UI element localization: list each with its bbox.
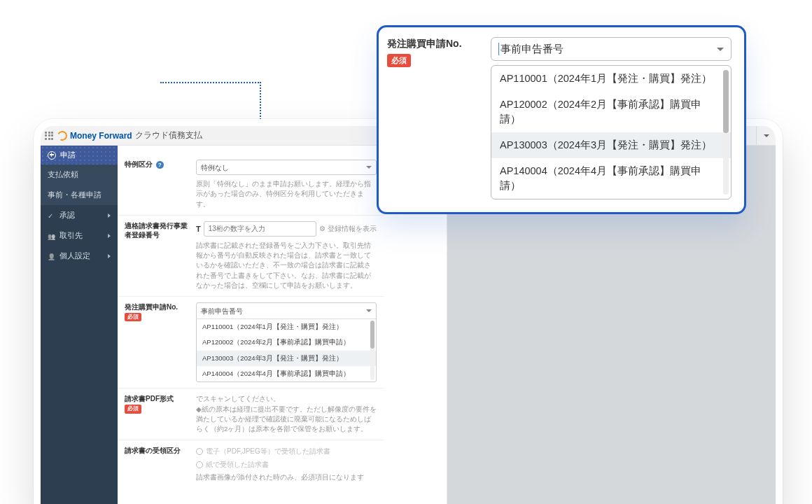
hacchu-placeholder: 事前申告番号 [201,306,243,316]
brand-logo-icon [56,130,69,142]
hacchu-select[interactable]: 事前申告番号 AP110001（2024年1月【発注・購買】発注） AP1200… [196,302,377,382]
field-label-tokurei: 特例区分 ? [125,160,189,209]
sidebar-item-label: 取引先 [59,230,83,241]
overlay-field-label: 発注購買申請No. [387,37,485,51]
juryou-help: 請求書画像が添付された時のみ、必須項目になります [196,472,377,482]
pdf-help: でスキャンしてください。 ◆紙の原本は経理に提出不要です。ただし解像度の要件を満… [196,394,377,434]
dropdown-option[interactable]: AP140004（2024年4月【事前承認】購買申請） [197,366,376,382]
plus-icon [48,151,56,160]
touroku-prefix: T [196,223,201,235]
user-icon [48,252,55,260]
touroku-input[interactable] [204,221,316,237]
radio-label: 紙で受領した請求書 [206,459,269,470]
zoom-overlay: 発注購買申請No. 必須 事前申告番号 AP110001（2024年1月【発注・… [377,25,746,214]
overlay-option[interactable]: AP140004（2024年4月【事前承認】購買申請） [491,158,731,199]
overlay-dropdown-list: AP110001（2024年1月【発注・購買】発注） AP120002（2024… [491,65,732,200]
overlay-option[interactable]: AP130003（2024年3月【発注・購買】発注） [491,132,731,158]
overlay-select[interactable]: 事前申告番号 [491,37,732,61]
grip-icon [45,131,55,141]
dropdown-option[interactable]: AP120002（2024年2月【事前承認】購買申請） [197,335,376,350]
hacchu-dropdown-list: AP110001（2024年1月【発注・購買】発注） AP120002（2024… [197,318,376,382]
touroku-help: 請求書に記載された登録番号をご入力下さい。取引先情報から番号が自動反映された場合… [196,241,377,290]
touroku-show-link[interactable]: 登録情報を表示 [319,223,377,234]
overlay-option[interactable]: AP120002（2024年2月【事前承認】購買申請） [491,92,731,132]
tokurei-help: 原則「特例なし」のまま申請お願いします。経理から指示があった場合のみ、特例区分を… [196,179,377,209]
sidebar-apply-button[interactable]: 申請 [41,146,118,164]
field-label-juryou: 請求書の受領区分 [125,446,189,482]
juryou-radio-2[interactable]: 紙で受領した請求書 [196,459,377,470]
overlay-placeholder: 事前申告番号 [500,43,717,56]
sidebar-item-label: 承認 [59,210,75,220]
sidebar-item-partner[interactable]: 取引先 [41,225,118,246]
juryou-radio-1[interactable]: 電子（PDF,JPEG等）で受領した請求書 [196,446,377,456]
chevron-right-icon [108,254,111,258]
sidebar-item-pre-application[interactable]: 事前・各種申請 [41,185,118,205]
field-label-hacchu: 発注購買申請No. 必須 [125,302,189,382]
tokurei-value: 特例なし [201,162,229,173]
sidebar-item-payment-request[interactable]: 支払依頼 [41,164,118,185]
chevron-down-icon [717,48,724,55]
radio-label: 電子（PDF,JPEG等）で受領した請求書 [206,446,330,456]
sidebar-item-label: 個人設定 [59,251,90,261]
radio-icon [196,448,203,455]
connector-horizontal [160,82,261,83]
check-icon [48,211,55,219]
required-badge: 必須 [125,313,141,321]
sidebar-apply-label: 申請 [60,150,76,160]
sidebar-item-label: 支払依頼 [48,169,78,180]
people-icon [48,232,55,239]
sidebar-item-label: 事前・各種申請 [48,190,102,200]
tab-dropdown[interactable] [756,126,776,145]
scrollbar-thumb[interactable] [723,70,729,133]
field-label-pdf: 請求書PDF形式 必須 [125,394,189,434]
text-cursor [498,43,499,55]
field-label-touroku: 適格請求書発行事業者登録番号 [125,221,189,290]
radio-icon [196,461,203,468]
sidebar-item-personal-settings[interactable]: 個人設定 [41,246,118,266]
chevron-down-icon [366,309,372,315]
chevron-right-icon [108,214,111,218]
help-icon[interactable]: ? [156,161,164,169]
brand-product: クラウド債務支払 [135,130,202,141]
tokurei-select[interactable]: 特例なし [196,160,377,175]
sidebar-item-approval[interactable]: 承認 [41,205,118,225]
sidebar: 申請 支払依頼 事前・各種申請 承認 取引先 個人設定 [41,146,118,504]
dropdown-option[interactable]: AP110001（2024年1月【発注・購買】発注） [197,319,376,335]
dropdown-option[interactable]: AP130003（2024年3月【発注・購買】発注） [197,351,376,366]
overlay-required-badge: 必須 [387,54,411,67]
scrollbar-thumb[interactable] [370,321,374,349]
overlay-option[interactable]: AP110001（2024年1月【発注・購買】発注） [491,66,731,92]
brand: Money Forward クラウド債務支払 [57,130,202,141]
required-badge: 必須 [125,405,141,413]
form-panel: 特例区分 ? 特例なし 原則「特例なし」のまま申請お願いします。経理から指示があ… [118,146,384,489]
chevron-right-icon [108,234,111,238]
brand-name: Money Forward [70,131,132,141]
chevron-down-icon [366,166,372,172]
